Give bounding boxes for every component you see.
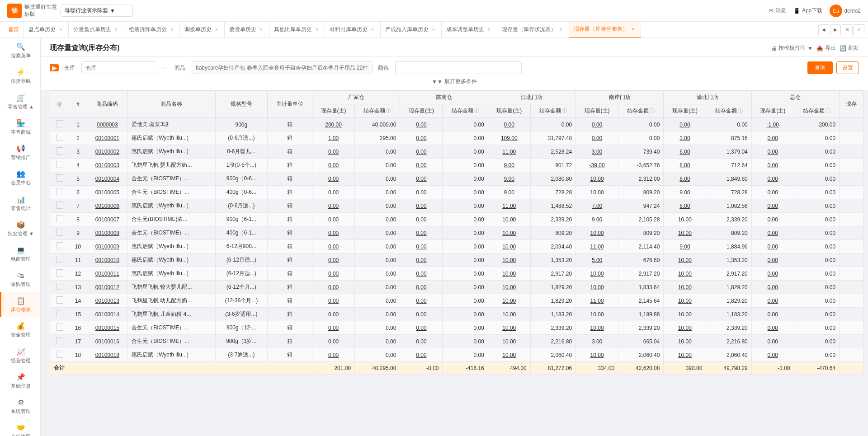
tab-close-all-btn[interactable]: ✕ [842, 24, 853, 35]
sidebar-item-search[interactable]: 🔍 搜索英单 [0, 38, 40, 63]
tab-close-finished-in[interactable]: × [430, 27, 437, 33]
td-jb-amt: 2,917.20 [530, 267, 576, 281]
sidebar-item-retail-stats[interactable]: 📊 零售统计 [0, 191, 40, 216]
tab-close-cost-adjust[interactable]: × [486, 27, 492, 33]
td-checkbox[interactable] [50, 145, 69, 159]
sidebar-item-quick-nav[interactable]: ⚡ 快捷导航 [0, 63, 40, 89]
td-checkbox[interactable] [50, 321, 69, 335]
toggle-search-btn[interactable]: ▶ [50, 64, 59, 71]
color-input[interactable] [395, 61, 522, 74]
query-button[interactable]: 查询 [807, 61, 833, 74]
td-checkbox[interactable] [50, 226, 69, 240]
td-checkbox[interactable] [50, 186, 69, 199]
td-index: 6 [69, 186, 87, 199]
messages-btn[interactable]: ✉ 消息 [769, 7, 786, 14]
td-na-amt: 2,917.20 [618, 267, 664, 281]
tab-close-stock-dist[interactable]: × [630, 26, 636, 33]
sidebar-item-sys-mgmt[interactable]: ⚙ 系统管理 [0, 394, 40, 419]
tab-home[interactable]: 首页 [4, 22, 24, 38]
td-checkbox[interactable] [50, 240, 69, 253]
td-yb-amt: 728.28 [706, 186, 751, 199]
td-checkbox[interactable] [50, 281, 69, 294]
td-yb-stock: 10.00 [664, 294, 706, 308]
sidebar-item-retail-mgmt[interactable]: 🛒 零售管理 ▲ [0, 89, 40, 114]
table-row: 6 00100005 合生元（BIOSTIME）... 400g（0-6... … [50, 186, 863, 199]
table-row: 16 00100015 合生元（BIOSTIME）... 900g（12-...… [50, 321, 863, 335]
tab-finished-in[interactable]: 产成品入库单历史 × [381, 22, 442, 38]
tab-close-other-out[interactable]: × [314, 27, 320, 33]
td-checkbox[interactable] [50, 348, 69, 362]
td-checkbox[interactable] [50, 335, 69, 348]
td-checkbox[interactable] [50, 253, 69, 267]
sidebar-item-enterprise[interactable]: 🤝 企业协同 [0, 419, 40, 436]
sidebar-item-operations[interactable]: 📈 经营管理 [0, 343, 40, 368]
tab-expand-btn[interactable]: ⤢ [854, 24, 864, 35]
app-download-btn[interactable]: 📱 App下载 [793, 7, 822, 14]
td-index: 15 [69, 308, 87, 321]
td-tot-amt: 0.00 [794, 335, 839, 348]
sidebar-item-purchase[interactable]: 🛍 采购管理 [0, 267, 40, 292]
sidebar-item-member[interactable]: 👥 会员中心 [0, 165, 40, 190]
td-fac-amt: 0.00 [355, 159, 400, 172]
sidebar-item-retail-mall[interactable]: 🏪 零售商城 [0, 114, 40, 140]
laptop-icon: 💻 [16, 246, 25, 254]
td-checkbox[interactable] [50, 267, 69, 281]
td-checkbox[interactable] [50, 308, 69, 321]
td-cn-amt: 0.00 [443, 213, 488, 226]
sidebar-item-finance[interactable]: 💰 资金管理 [0, 317, 40, 342]
td-fac-amt: 0.00 [355, 145, 400, 159]
warehouse-more-btn[interactable]: ··· [161, 65, 169, 71]
print-btn[interactable]: 🖨 按模板打印 ▼ [771, 44, 813, 52]
sidebar-item-inventory[interactable]: 📋 库存核算 [0, 292, 40, 317]
th-current-col: 现存 [840, 91, 863, 118]
tab-assembly[interactable]: 组装拆卸单历史 × [124, 22, 180, 38]
tab-close-inventory-check[interactable]: × [57, 27, 64, 33]
td-index: 8 [69, 213, 87, 226]
td-checkbox[interactable] [50, 131, 69, 145]
td-tot-amt: 0.00 [794, 226, 839, 240]
tab-close-material-out[interactable]: × [369, 27, 376, 33]
export-btn[interactable]: 📤 导出 [816, 44, 836, 52]
settings-icon[interactable]: ⚙ [57, 101, 62, 108]
sidebar-item-marketing[interactable]: 📢 营销推广 [0, 140, 40, 165]
td-checkbox[interactable] [50, 159, 69, 172]
tab-inventory-check[interactable]: 盘点单历史 × [24, 22, 69, 38]
tab-close-requisition[interactable]: × [258, 27, 264, 33]
sidebar-item-wholesale[interactable]: 📦 批发管理 ▼ [0, 216, 40, 241]
td-checkbox[interactable] [50, 172, 69, 186]
color-field: 颜色 [378, 61, 522, 74]
sidebar-item-base-info[interactable]: 📌 基础信息 [0, 368, 40, 394]
td-na-amt: 2,145.64 [618, 294, 664, 308]
tab-close-transfer[interactable]: × [213, 27, 220, 33]
td-checkbox[interactable] [50, 199, 69, 213]
tab-next-btn[interactable]: ▶ [830, 24, 841, 35]
tab-material-out[interactable]: 材料出库单历史 × [325, 22, 381, 38]
tab-requisition[interactable]: 要货单历史 × [225, 22, 269, 38]
tab-other-out[interactable]: 其他出库单历史 × [269, 22, 325, 38]
industry-selector[interactable]: 母婴行业演示陈套 ▼ [61, 5, 133, 17]
td-checkbox[interactable] [50, 213, 69, 226]
tab-stock-dist[interactable]: 现存量（库存分布表） × [569, 22, 641, 38]
user-profile[interactable]: Ea demo2 [830, 5, 861, 17]
tab-close-split[interactable]: × [113, 27, 119, 33]
sidebar-item-ecommerce[interactable]: 💻 电商管理 [0, 241, 40, 267]
setting-button[interactable]: 设置 [836, 61, 859, 74]
tab-close-stock-status[interactable]: × [558, 27, 564, 33]
product-input[interactable] [192, 61, 373, 74]
tab-transfer[interactable]: 调拨单历史 × [180, 22, 225, 38]
tab-prev-btn[interactable]: ◀ [818, 24, 829, 35]
warehouse-input[interactable] [81, 61, 157, 74]
tab-close-assembly[interactable]: × [169, 27, 175, 33]
tab-stock-status[interactable]: 现存量（库存状况表） × [497, 22, 569, 38]
td-checkbox[interactable] [50, 118, 69, 131]
td-jb-stock: 0.00 [488, 118, 530, 131]
tab-cost-adjust[interactable]: 成本调整单历史 × [442, 22, 497, 38]
refresh-btn[interactable]: 🔄 刷新 [840, 44, 859, 52]
tab-split-inventory[interactable]: 分量盘点单历史 × [69, 22, 124, 38]
td-yb-amt: 1,082.56 [706, 199, 751, 213]
expand-conditions-btn[interactable]: ▼▼ 展开更多条件 [432, 78, 477, 85]
td-checkbox[interactable] [50, 294, 69, 308]
td-cn-stock: 0.00 [400, 253, 443, 267]
td-cn-amt: 0.00 [443, 335, 488, 348]
table-row: 3 00100002 惠氏启赋（Wyeth illu...) 0-6月婴儿...… [50, 145, 863, 159]
